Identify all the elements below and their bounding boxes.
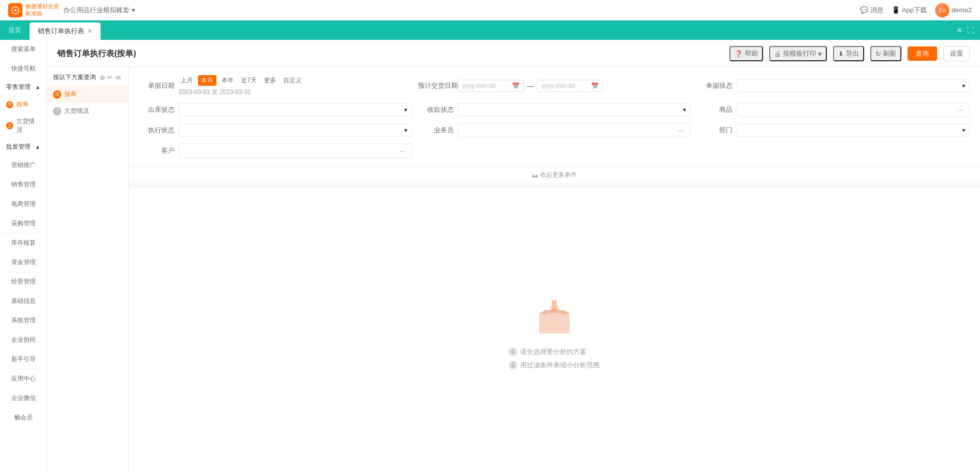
sidebar-item-member[interactable]: 畅会员 (0, 408, 46, 428)
order-status-select[interactable] (737, 79, 970, 92)
date-tab-current-month[interactable]: 本月 (198, 75, 216, 86)
sidebar-item-purchase[interactable]: 采购管理 (0, 214, 46, 233)
sidebar-item-wholesale[interactable]: 批发管理 ▲ (0, 138, 46, 156)
help-button[interactable]: ❓ 帮助 (729, 46, 763, 61)
main-layout: 搜索菜单 快捷导航 零售管理 ▲ 按 按单 欠 欠货情况 批发管理 ▲ 营销推广… (0, 40, 980, 472)
collapse-panel-button[interactable]: ≪ (115, 74, 122, 81)
scheme-item-shortage[interactable]: 欠 欠货情况 (47, 103, 128, 120)
print-icon: 🖨 (774, 50, 781, 58)
scheme-icon-shortage: 欠 (53, 107, 61, 115)
salesperson-input[interactable]: ··· (458, 123, 691, 137)
exec-status-select[interactable] (179, 124, 412, 137)
dropdown-icon: ▾ (132, 6, 135, 14)
header-left: 畅捷通好生意 标准版 办公用品行业模拟账套 ▾ (8, 3, 135, 17)
query-button[interactable]: 查询 (908, 46, 937, 61)
expand-button[interactable]: ⛶ (967, 26, 974, 34)
tab-bar-right: ✕ ⛶ (957, 26, 980, 34)
user-avatar: Ea (935, 3, 949, 17)
retail-label: 零售管理 (6, 83, 31, 91)
help-label: 帮助 (745, 49, 758, 58)
enterprise-wechat-label: 企业微信 (11, 394, 36, 402)
message-icon: 💬 (860, 6, 868, 14)
empty-step-2: 2 用过滤条件来缩小分析范围 (509, 361, 600, 370)
collapse-up-icon: ▴▴ (532, 172, 538, 179)
sidebar-item-app-center[interactable]: 应用中心 (0, 369, 46, 389)
step-2-text: 用过滤条件来缩小分析范围 (520, 361, 600, 370)
dept-select[interactable] (737, 124, 970, 137)
payment-status-select[interactable] (458, 103, 691, 116)
empty-state-icon (529, 290, 580, 341)
goods-label: 商品 (697, 105, 732, 114)
sales-label: 销售管理 (11, 181, 36, 188)
edit-scheme-button[interactable]: ✏ (107, 74, 113, 81)
delivery-date-label: 预计交货日期 (418, 81, 454, 90)
sidebar-sub-item-shortage[interactable]: 欠 欠货情况 (0, 113, 46, 138)
sidebar-search-menu[interactable]: 搜索菜单 (0, 40, 46, 59)
refresh-button[interactable]: ↻ 刷新 (870, 46, 901, 61)
app-title[interactable]: 办公用品行业模拟账套 ▾ (63, 6, 135, 15)
collapse-filters-button[interactable]: ▴▴ 收起更多条件 (129, 166, 980, 183)
user-menu[interactable]: Ea demo2 (935, 3, 972, 17)
app-download-button[interactable]: 📱 App下载 (892, 6, 927, 15)
right-content: 单据日期 上月 本月 本年 近7天 更多 自定义 20 (129, 67, 980, 472)
sidebar-sub-item-press-order[interactable]: 按 按单 (0, 96, 46, 113)
date-tab-more[interactable]: 更多 (262, 75, 278, 86)
logo-icon (8, 3, 22, 17)
ecommerce-label: 电商管理 (11, 200, 36, 207)
add-scheme-button[interactable]: ⊕ (100, 74, 105, 81)
svg-rect-1 (539, 313, 570, 334)
date-tab-last7days[interactable]: 近7天 (239, 75, 259, 86)
sidebar-item-system[interactable]: 系统管理 (0, 311, 46, 331)
sidebar-item-enterprise[interactable]: 企业协同 (0, 331, 46, 350)
sidebar-item-finance[interactable]: 资金管理 (0, 253, 46, 272)
sidebar-item-sales[interactable]: 销售管理 (0, 175, 46, 195)
sidebar-quick-nav[interactable]: 快捷导航 (0, 59, 46, 79)
settings-button[interactable]: 设置 (943, 46, 970, 61)
close-all-tabs-button[interactable]: ✕ (957, 26, 963, 34)
sidebar-item-ecommerce[interactable]: 电商管理 (0, 195, 46, 214)
download-icon: 📱 (892, 6, 900, 14)
delivery-status-select[interactable] (179, 103, 412, 116)
filter-cell-order-status: 单据状态 (697, 79, 970, 92)
date-tab-custom[interactable]: 自定义 (281, 75, 304, 86)
date-from-placeholder: yyyy-mm-dd (462, 82, 496, 89)
customer-input[interactable]: ··· (179, 144, 412, 158)
page-header: 销售订单执行表(按单) ❓ 帮助 🖨 按模板打印 ▾ ⬇ 导出 (47, 40, 980, 67)
goods-more-button[interactable]: ··· (955, 106, 965, 114)
print-dropdown-icon: ▾ (818, 50, 822, 58)
date-tab-last-month[interactable]: 上月 (179, 75, 195, 86)
print-button[interactable]: 🖨 按模板打印 ▾ (769, 46, 827, 61)
delivery-date-to-input[interactable]: yyyy-mm-dd 📅 (537, 80, 603, 92)
purchase-label: 采购管理 (11, 220, 36, 227)
tab-close-icon[interactable]: ✕ (87, 28, 92, 35)
delivery-date-from-input[interactable]: yyyy-mm-dd 📅 (458, 80, 524, 92)
message-button[interactable]: 💬 消息 (860, 6, 884, 15)
sidebar-item-enterprise-wechat[interactable]: 企业微信 (0, 389, 46, 408)
sidebar-item-basic[interactable]: 基础信息 (0, 292, 46, 311)
order-status-dropdown-icon (962, 82, 965, 89)
sidebar-item-retail[interactable]: 零售管理 ▲ (0, 79, 46, 96)
date-tab-current-year[interactable]: 本年 (219, 75, 236, 86)
delivery-date-inputs: yyyy-mm-dd 📅 — yyyy-mm-dd 📅 (458, 80, 603, 92)
page-title-row: 销售订单执行表(按单) ❓ 帮助 🖨 按模板打印 ▾ ⬇ 导出 (57, 46, 970, 61)
customer-more-button[interactable]: ··· (397, 147, 407, 155)
export-button[interactable]: ⬇ 导出 (833, 46, 864, 61)
filter-cell-goods: 商品 ··· (697, 103, 970, 117)
tab-sales-order-exec[interactable]: 销售订单执行表 ✕ (30, 22, 101, 40)
sidebar-item-marketing[interactable]: 营销推广 (0, 156, 46, 175)
refresh-icon: ↻ (875, 50, 881, 58)
help-icon: ❓ (734, 50, 743, 58)
sidebar-item-inventory[interactable]: 库存核算 (0, 233, 46, 253)
goods-input[interactable]: ··· (737, 103, 970, 117)
date-tabs-row: 上月 本月 本年 近7天 更多 自定义 (179, 75, 412, 86)
sidebar-item-newbie[interactable]: 新手引导 (0, 350, 46, 369)
salesperson-more-button[interactable]: ··· (676, 126, 687, 134)
delivery-status-dropdown-icon (404, 106, 407, 113)
top-header: 畅捷通好生意 标准版 办公用品行业模拟账套 ▾ 💬 消息 📱 App下载 Ea … (0, 0, 980, 20)
avatar-initials: Ea (939, 7, 946, 13)
sidebar-item-operations[interactable]: 经营管理 (0, 272, 46, 292)
tab-home[interactable]: 首页 (0, 20, 30, 40)
scheme-item-press-order[interactable]: 按 按单 (47, 86, 128, 103)
step-1-text: 请先选择要分析的方案 (520, 347, 586, 357)
filter-cell-exec-status: 执行状态 (139, 124, 412, 137)
